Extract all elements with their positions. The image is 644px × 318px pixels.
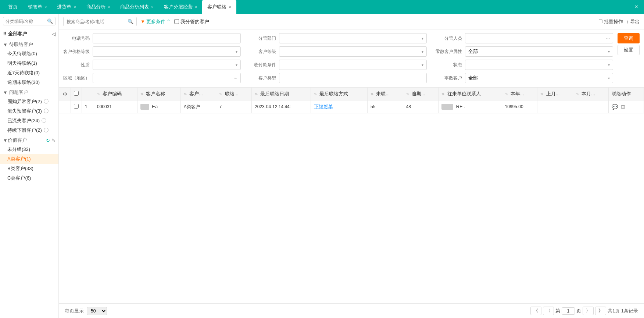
filter-field-scattered-attr: 零散客户属性 全部 ▾ bbox=[436, 46, 613, 57]
sidebar-item-churned[interactable]: 已流失客户(24) ⓘ bbox=[0, 116, 58, 126]
th-checkbox[interactable] bbox=[71, 88, 82, 100]
close-tab-analysis-icon[interactable]: × bbox=[108, 5, 110, 9]
customer-type-select[interactable] bbox=[279, 73, 427, 83]
scattered-select[interactable]: 全部 ▾ bbox=[465, 73, 613, 83]
th-this-month[interactable]: ⇅ 本月... bbox=[573, 88, 608, 100]
td-last-contact-way[interactable]: 下销货单 bbox=[311, 100, 367, 113]
region-select[interactable]: ··· bbox=[93, 73, 241, 83]
filter-field-dept: 分管部门 ▾ bbox=[250, 33, 427, 43]
last-contact-way-link[interactable]: 下销货单 bbox=[314, 104, 333, 109]
sidebar-item-tomorrow[interactable]: 明天待联络(1) bbox=[0, 59, 58, 68]
sidebar-item-declining[interactable]: 持续下滑客户(2) ⓘ bbox=[0, 126, 58, 135]
close-tab-sales-icon[interactable]: × bbox=[44, 5, 47, 9]
batch-checkbox-icon: ☐ bbox=[598, 19, 603, 24]
export-button[interactable]: ↑ 导出 bbox=[627, 18, 640, 25]
nav-tab-analysis[interactable]: 商品分析 × bbox=[81, 0, 115, 14]
td-this-month bbox=[573, 100, 608, 113]
more-filters-button[interactable]: ▼ 更多条件 ⌃ bbox=[140, 18, 171, 25]
sidebar-all-customers[interactable]: ⠿ 全部客户 ◁ bbox=[0, 28, 58, 39]
nature-label: 性质 bbox=[63, 62, 93, 68]
th-last-month[interactable]: ⇅ 上月... bbox=[537, 88, 573, 100]
prev-page-button[interactable]: 〈 bbox=[543, 307, 554, 315]
first-page-button[interactable]: 《 bbox=[530, 307, 541, 315]
th-code[interactable]: ⇅ 客户编码 bbox=[94, 88, 137, 100]
person-select[interactable]: ··· bbox=[465, 33, 613, 43]
payment-select[interactable]: ▾ bbox=[279, 60, 427, 70]
filter-search-box[interactable]: 🔍 bbox=[63, 17, 137, 26]
status-select[interactable]: ▾ bbox=[465, 60, 613, 70]
sidebar-item-no-group[interactable]: 未分组(32) bbox=[0, 145, 58, 154]
nav-tab-customer-tier[interactable]: 客户分层经营 × bbox=[159, 0, 202, 14]
dept-select[interactable]: ▾ bbox=[279, 33, 427, 43]
sidebar-section-problem[interactable]: ▼ 问题客户 bbox=[0, 87, 58, 97]
per-page-select[interactable]: 50 100 200 bbox=[87, 307, 107, 315]
th-customer-type[interactable]: ⇅ 客户... bbox=[180, 88, 216, 100]
page-number-input[interactable] bbox=[562, 307, 575, 315]
sidebar-search-input[interactable] bbox=[6, 19, 47, 24]
th-this-year[interactable]: ⇅ 本年... bbox=[502, 88, 537, 100]
value-edit-icon[interactable]: ✎ bbox=[51, 138, 56, 143]
this-month-sort-icon: ⇅ bbox=[576, 92, 579, 96]
close-all-button[interactable]: × bbox=[632, 4, 641, 10]
sidebar-item-hoarding[interactable]: 囤购异常客户(2) ⓘ bbox=[0, 97, 58, 106]
last-page-button[interactable]: 》 bbox=[595, 307, 606, 315]
th-last-contact-way[interactable]: ⇅ 最后联络方式 bbox=[311, 88, 367, 100]
nav-tab-purchase[interactable]: 进货单 × bbox=[52, 0, 81, 14]
nav-tab-customer-contact[interactable]: 客户联络 × bbox=[202, 0, 236, 14]
nav-tab-sales[interactable]: 销售单 × bbox=[23, 0, 52, 14]
close-tab-customer-tier-icon[interactable]: × bbox=[195, 5, 197, 9]
sidebar-item-class-a[interactable]: A类客户(1) bbox=[0, 154, 58, 164]
my-customers-checkbox-input[interactable] bbox=[174, 19, 179, 24]
close-tab-customer-contact-icon[interactable]: × bbox=[229, 5, 231, 9]
price-level-select[interactable]: ▾ bbox=[93, 46, 241, 57]
close-tab-purchase-icon[interactable]: × bbox=[74, 5, 76, 9]
th-last-contact-date[interactable]: ⇅ 最后联络日期 bbox=[252, 88, 311, 100]
sidebar-item-overdue[interactable]: 逾期未联络(30) bbox=[0, 78, 58, 87]
sidebar-item-7days[interactable]: 近7天待联络(0) bbox=[0, 68, 58, 78]
table-settings-icon[interactable]: ⚙ bbox=[63, 91, 67, 97]
th-settings[interactable]: ⚙ bbox=[59, 88, 71, 100]
contact-avatar bbox=[441, 104, 453, 110]
filter-field-payment: 收付款条件 ▾ bbox=[250, 60, 427, 70]
query-button[interactable]: 查询 bbox=[618, 33, 640, 43]
th-name[interactable]: ⇅ 客户名称 bbox=[137, 88, 180, 100]
sidebar-section-pending[interactable]: ▼ 待联络客户 bbox=[0, 39, 58, 49]
sidebar-item-churn-warning[interactable]: 流失预警客户(3) ⓘ bbox=[0, 106, 58, 116]
nature-select[interactable]: ▾ bbox=[93, 60, 241, 70]
sidebar-item-today[interactable]: 今天待联络(0) bbox=[0, 49, 58, 59]
sidebar-section-value[interactable]: ▼ 价值客户 ↻ ✎ bbox=[0, 135, 58, 145]
sidebar-collapse-icon[interactable]: ◁ bbox=[52, 31, 56, 37]
th-overdue[interactable]: ⇅ 逾期... bbox=[403, 88, 439, 100]
select-all-checkbox[interactable] bbox=[74, 91, 79, 96]
row-action-buttons: 💬 ⊞ bbox=[612, 104, 641, 110]
th-contacts[interactable]: ⇅ 往来单位联系人 bbox=[439, 88, 502, 100]
settings-button[interactable]: 设置 bbox=[618, 45, 640, 55]
filter-row-4: 区域（地区） ··· 客户类型 bbox=[63, 73, 613, 83]
sidebar-item-class-c[interactable]: C类客户(6) bbox=[0, 173, 58, 183]
qr-action-icon[interactable]: ⊞ bbox=[621, 104, 625, 110]
filter-search-input[interactable] bbox=[67, 19, 128, 24]
grid-icon: ⠿ bbox=[3, 31, 7, 37]
nav-home[interactable]: 首页 bbox=[3, 0, 23, 14]
close-tab-analysis-list-icon[interactable]: × bbox=[151, 5, 153, 9]
filter-action-buttons: 查询 设置 bbox=[613, 33, 640, 83]
customer-level-select[interactable]: ▾ bbox=[279, 46, 427, 57]
nav-tab-analysis-list[interactable]: 商品分析列表 × bbox=[115, 0, 158, 14]
td-overdue: 48 bbox=[403, 100, 439, 113]
td-checkbox[interactable] bbox=[71, 100, 82, 113]
chat-action-icon[interactable]: 💬 bbox=[612, 104, 618, 110]
my-customers-checkbox[interactable]: 我分管的客户 bbox=[174, 18, 209, 25]
sidebar-search[interactable]: 🔍 bbox=[3, 17, 56, 25]
row-checkbox[interactable] bbox=[74, 104, 79, 109]
payment-chevron-icon: ▾ bbox=[422, 63, 423, 67]
sidebar-item-class-b[interactable]: B类客户(33) bbox=[0, 164, 58, 173]
scattered-attr-select[interactable]: 全部 ▾ bbox=[465, 46, 613, 57]
filter-field-region: 区域（地区） ··· bbox=[63, 73, 241, 83]
phone-input[interactable] bbox=[93, 33, 241, 43]
next-page-button[interactable]: 〉 bbox=[583, 307, 594, 315]
batch-op-button[interactable]: ☐ 批量操作 bbox=[598, 18, 623, 25]
customer-level-chevron-icon: ▾ bbox=[422, 50, 423, 54]
th-uncontacted[interactable]: ⇅ 未联... bbox=[367, 88, 403, 100]
value-refresh-icon[interactable]: ↻ bbox=[46, 138, 50, 143]
th-contact-count[interactable]: ⇅ 联络... bbox=[216, 88, 252, 100]
